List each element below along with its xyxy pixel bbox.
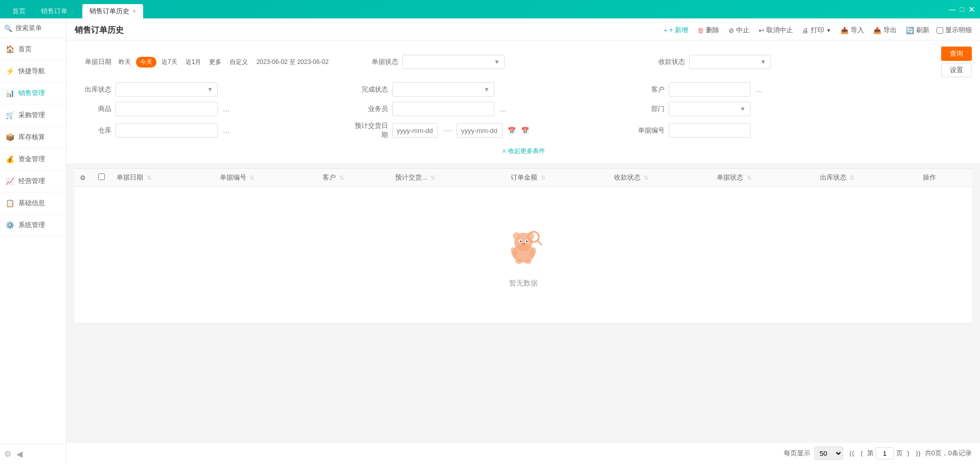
date-range-text: 2023-06-02 至 2023-06-02 [256, 58, 328, 67]
stop-button[interactable]: ⊘ 中止 [726, 25, 751, 36]
delivery-date-from[interactable] [392, 123, 438, 138]
page-size-select[interactable]: 50 100 200 [814, 447, 843, 460]
yesterday-btn[interactable]: 昨天 [116, 57, 134, 68]
settings-bottom-icon[interactable]: ⚙ [4, 449, 11, 459]
calendar-to-icon[interactable]: 📅 [521, 127, 529, 135]
customer-dots[interactable]: ... [756, 85, 762, 94]
query-button[interactable]: 查询 [941, 47, 972, 61]
sidebar-item-sales[interactable]: 📊 销售管理 [0, 82, 66, 104]
tab-home[interactable]: 首页 [5, 4, 33, 18]
status-select[interactable]: ▼ [402, 55, 505, 69]
first-page-icon[interactable]: ⟨⟨ [847, 449, 856, 458]
sort-date-icon[interactable]: ⇅ [147, 174, 151, 181]
export-button[interactable]: 📤 导出 [871, 25, 899, 36]
sidebar-item-home[interactable]: 🏠 首页 [0, 38, 66, 60]
sort-amount-icon[interactable]: ⇅ [541, 174, 545, 181]
minimize-icon[interactable]: — [949, 5, 956, 13]
today-btn[interactable]: 今天 [136, 57, 156, 68]
order-no-label: 单据编号 [628, 126, 669, 135]
sort-customer-icon[interactable]: ⇅ [339, 174, 344, 181]
sort-out-icon[interactable]: ⇅ [850, 174, 854, 181]
tab-sales-order[interactable]: 销售订单 × [34, 4, 81, 18]
page-header: 销售订单历史 + + 新增 🗑 删除 ⊘ 中止 ↩ 取消中止 [66, 18, 980, 40]
prev-page-icon[interactable]: ⟨ [858, 449, 865, 458]
out-status-select[interactable]: ▼ [116, 82, 218, 97]
display-detail-toggle[interactable]: 显示明细 [937, 26, 972, 35]
display-detail-checkbox[interactable] [937, 27, 943, 34]
payment-field: ▼ [689, 55, 935, 69]
sidebar-item-purchase[interactable]: 🛒 采购管理 [0, 104, 66, 126]
filter-row-3: 商品 ... 业务员 ... 部门 [75, 102, 972, 116]
search-icon: 🔍 [4, 25, 12, 32]
sidebar: 🔍 搜索菜单 🏠 首页 ⚡ 快捷导航 📊 销售管理 🛒 采购管理 📦 库存核算 … [0, 18, 66, 464]
7days-btn[interactable]: 近7天 [158, 57, 180, 68]
th-delivery-label: 预计交货... [395, 173, 427, 181]
tab-home-label: 首页 [12, 4, 26, 18]
sidebar-item-finance[interactable]: 💰 资金管理 [0, 148, 66, 170]
collapse-bar[interactable]: ∧ 收起更多条件 [75, 145, 972, 158]
settings-button[interactable]: 设置 [941, 63, 972, 77]
date-separator: — [443, 126, 451, 135]
new-button[interactable]: + + 新增 [662, 25, 690, 36]
customer-input[interactable] [669, 82, 750, 97]
order-no-input[interactable] [669, 123, 750, 138]
th-checkbox[interactable] [93, 169, 111, 187]
product-input[interactable] [116, 102, 218, 116]
warehouse-dots[interactable]: ... [223, 126, 230, 135]
table-header-row: ⚙ 单据日期 ⇅ 单据编号 ⇅ [75, 169, 972, 187]
empty-cell: 暂无数据 [75, 187, 972, 323]
delivery-date-to[interactable] [457, 123, 503, 138]
more-btn[interactable]: 更多 [206, 57, 224, 68]
select-all-checkbox[interactable] [98, 173, 105, 180]
close-history-icon[interactable]: × [132, 4, 136, 18]
cancel-stop-icon: ↩ [759, 27, 764, 34]
1month-btn[interactable]: 近1月 [183, 57, 204, 68]
sort-no-icon[interactable]: ⇅ [249, 174, 254, 181]
empty-text: 暂无数据 [80, 279, 967, 288]
print-button[interactable]: 🖨 打印 ▼ [800, 25, 833, 36]
page-input[interactable] [876, 447, 894, 459]
th-settings[interactable]: ⚙ [75, 169, 93, 187]
sidebar-item-inventory[interactable]: 📦 库存核算 [0, 126, 66, 148]
complete-chevron-icon: ▼ [484, 86, 490, 93]
stop-label: 中止 [736, 26, 749, 35]
close-sales-order-icon[interactable]: × [71, 4, 74, 18]
settings-table-icon[interactable]: ⚙ [80, 174, 86, 182]
product-dots[interactable]: ... [223, 104, 230, 114]
next-page-icon[interactable]: ⟩ [905, 449, 911, 458]
department-select[interactable]: ▼ [669, 102, 750, 116]
operations-icon: 📈 [5, 176, 14, 186]
close-window-icon[interactable]: ✕ [968, 5, 975, 14]
complete-select[interactable]: ▼ [392, 82, 494, 97]
svg-point-15 [515, 259, 522, 264]
salesperson-dots[interactable]: ... [499, 104, 506, 114]
tab-sales-order-history[interactable]: 销售订单历史 × [82, 4, 143, 18]
refresh-button[interactable]: 🔄 刷新 [904, 25, 931, 36]
sidebar-label-home: 首页 [18, 45, 32, 54]
sidebar-item-operations[interactable]: 📈 经营管理 [0, 170, 66, 192]
cancel-stop-button[interactable]: ↩ 取消中止 [757, 25, 795, 36]
sort-delivery-icon[interactable]: ⇅ [430, 174, 435, 181]
order-no-field [669, 123, 904, 138]
calendar-from-icon[interactable]: 📅 [508, 127, 516, 135]
last-page-icon[interactable]: ⟩⟩ [914, 449, 923, 458]
stop-icon: ⊘ [728, 27, 734, 34]
sidebar-item-system[interactable]: ⚙️ 系统管理 [0, 214, 66, 236]
custom-btn[interactable]: 自定义 [226, 57, 251, 68]
warehouse-input[interactable] [116, 123, 218, 138]
sidebar-search[interactable]: 🔍 搜索菜单 [0, 18, 66, 38]
system-icon: ⚙️ [5, 220, 14, 230]
sort-payment-icon[interactable]: ⇅ [644, 174, 648, 181]
th-operation: 操作 [918, 169, 972, 187]
sidebar-item-quicknav[interactable]: ⚡ 快捷导航 [0, 60, 66, 82]
import-button[interactable]: 📥 导入 [838, 25, 866, 36]
sort-doc-icon[interactable]: ⇅ [747, 174, 751, 181]
sidebar-label-quicknav: 快捷导航 [18, 67, 45, 76]
maximize-icon[interactable]: □ [960, 5, 964, 13]
payment-select[interactable]: ▼ [689, 55, 771, 69]
sidebar-item-basic-info[interactable]: 📋 基础信息 [0, 192, 66, 214]
salesperson-input[interactable] [392, 102, 494, 116]
collapse-sidebar-icon[interactable]: ◀ [16, 449, 22, 459]
date-label: 单据日期 [75, 57, 116, 67]
delete-button[interactable]: 🗑 删除 [695, 25, 721, 36]
